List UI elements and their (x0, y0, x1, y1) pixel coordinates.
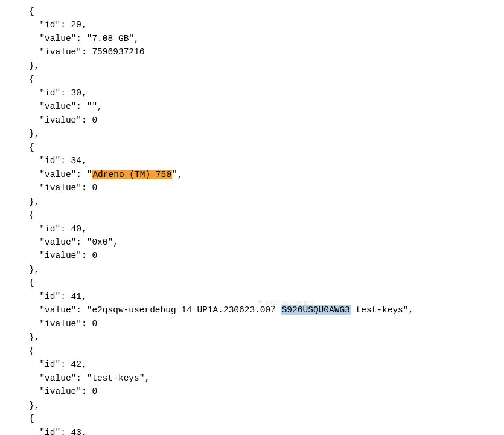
json-source-view: { "id": 29, "value": "7.08 GB", "ivalue"… (0, 0, 504, 435)
